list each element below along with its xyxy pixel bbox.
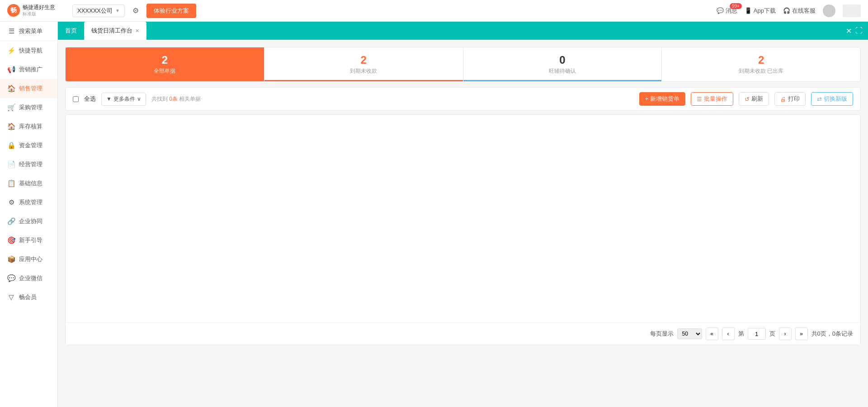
stat-card-wangfu[interactable]: 0 旺辅待确认 [463,47,662,81]
tab-bar: 首页 钱货日清工作台 ✕ ✕ ⛶ [58,22,868,40]
avatar[interactable] [823,5,835,17]
sidebar-item-apps[interactable]: 📦 应用中心 [0,250,57,269]
company-name: XXXXXX公司 [77,7,113,15]
stat-number-overdue: 2 [274,54,454,66]
sidebar-item-label: 营销推广 [19,65,42,74]
document-icon: 📄 [7,160,15,168]
settings-button[interactable]: ⚙ [128,4,143,18]
support-action[interactable]: 🎧 在线客服 [783,7,816,15]
sidebar-item-label: 销售管理 [19,84,42,93]
stat-number-shipped: 2 [671,54,851,66]
page-label-post: 页 [769,330,775,338]
member-icon: ▽ [7,293,15,301]
sidebar-item-finance[interactable]: 🔒 资金管理 [0,136,57,155]
sidebar-item-quick-nav[interactable]: ⚡ 快捷导航 [0,41,57,60]
logo-area: 畅 畅捷通好生意 标准版 [7,4,65,17]
sidebar-item-system[interactable]: ⚙ 系统管理 [0,193,57,212]
sales-icon: 🏠 [7,84,15,93]
first-page-button[interactable]: « [706,327,718,340]
guide-icon: 🎯 [7,236,15,244]
sidebar-item-sales[interactable]: 🏠 销售管理 [0,79,57,98]
stat-label-all: 全部单据 [75,67,255,75]
batch-operation-button[interactable]: ☰ 批量操作 [691,92,733,106]
sidebar-item-inventory[interactable]: 🏠 库存核算 [0,117,57,136]
select-all-label: 全选 [84,95,96,103]
last-page-button[interactable]: » [795,327,808,340]
filter-label: 更多条件 [113,95,135,103]
message-icon: 💬 [717,7,724,14]
app-download-action[interactable]: 📱 App下载 [745,7,776,15]
cart-icon: 🛒 [7,103,15,112]
tab-close-button[interactable]: ✕ [846,27,852,35]
switch-version-button[interactable]: ⇄ 切换新版 [811,92,853,106]
lightning-icon: ⚡ [7,47,15,55]
tab-home[interactable]: 首页 [58,22,84,40]
sidebar-item-label: 搜索菜单 [19,27,42,35]
lock-icon: 🔒 [7,141,15,150]
sidebar-item-purchase[interactable]: 🛒 采购管理 [0,98,57,117]
sidebar-item-label: 采购管理 [19,103,42,112]
support-label: 在线客服 [792,7,816,15]
current-page-input[interactable] [748,328,766,340]
print-icon: 🖨 [780,96,786,103]
trial-button[interactable]: 体验行业方案 [146,4,196,18]
sidebar-item-basic[interactable]: 📋 基础信息 [0,174,57,193]
sidebar-item-label: 基础信息 [19,179,42,187]
toolbar-right: + 新增销货单 ☰ 批量操作 ↺ 刷新 🖨 打印 ⇄ 切换新版 [639,92,853,106]
filter-icon: ▼ [106,96,112,102]
message-badge: 99+ [730,3,742,9]
pagination: 每页显示 50 20 100 « ‹ 第 页 › » 共0页，0条记录 [66,323,860,345]
tab-home-label: 首页 [65,27,77,35]
app-icon: 📱 [745,7,752,14]
tab-expand-button[interactable]: ⛶ [855,27,863,35]
sidebar-item-operation[interactable]: 📄 经营管理 [0,155,57,174]
sidebar-item-guide[interactable]: 🎯 新手引导 [0,231,57,250]
batch-label: 批量操作 [704,95,727,103]
table-area: 每页显示 50 20 100 « ‹ 第 页 › » 共0页，0条记录 [65,114,861,345]
stat-card-overdue[interactable]: 2 到期未收款 [264,47,463,81]
sidebar-item-marketing[interactable]: 📢 营销推广 [0,60,57,79]
support-icon: 🎧 [783,7,790,14]
print-label: 打印 [788,95,800,103]
batch-icon: ☰ [697,96,702,103]
page-label-pre: 第 [738,330,744,338]
tab-workbench[interactable]: 钱货日清工作台 ✕ [84,22,146,40]
stats-row: 2 全部单据 2 到期未收款 0 旺辅待确认 2 到期未收款 已出库 [65,47,861,82]
tab-close-icon[interactable]: ✕ [135,28,139,34]
company-selector[interactable]: XXXXXX公司 ▼ [72,5,125,17]
sidebar: ☰ 搜索菜单 ⚡ 快捷导航 📢 营销推广 🏠 销售管理 🛒 采购管理 🏠 库存核… [0,22,58,407]
sidebar-item-label: 经营管理 [19,160,42,168]
sidebar-item-member[interactable]: ▽ 畅会员 [0,288,57,307]
total-text: 共0页，0条记录 [811,330,853,338]
message-action[interactable]: 💬 消息 99+ [717,7,737,15]
grid-icon: 📋 [7,179,15,187]
megaphone-icon: 📢 [7,65,15,74]
link-icon: 🔗 [7,217,15,225]
sidebar-item-search[interactable]: ☰ 搜索菜单 [0,22,57,41]
prev-page-button[interactable]: ‹ [722,327,735,340]
stat-number-wangfu: 0 [472,54,653,66]
refresh-button[interactable]: ↺ 刷新 [739,92,769,106]
avatar-image [823,5,835,17]
header-right: 💬 消息 99+ 📱 App下载 🎧 在线客服 [717,5,861,17]
chevron-down-icon: ∨ [137,96,141,102]
stat-card-shipped[interactable]: 2 到期未收款 已出库 [662,47,860,81]
logo-text: 畅捷通好生意 标准版 [23,4,55,17]
logo-icon: 畅 [7,4,20,17]
system-icon: ⚙ [7,198,15,206]
sidebar-item-label: 库存核算 [19,122,42,131]
next-page-button[interactable]: › [779,327,792,340]
sidebar-item-enterprise[interactable]: 🔗 企业协同 [0,212,57,231]
app-label: App下载 [754,7,776,15]
print-button[interactable]: 🖨 打印 [774,92,806,106]
page-size-select[interactable]: 50 20 100 [677,328,702,339]
add-order-button[interactable]: + 新增销货单 [639,92,685,106]
switch-icon: ⇄ [817,96,822,103]
sidebar-item-wechat[interactable]: 💬 企业微信 [0,269,57,288]
stat-card-all[interactable]: 2 全部单据 [66,47,264,81]
filter-button[interactable]: ▼ 更多条件 ∨ [101,93,146,106]
select-all-checkbox[interactable] [73,96,79,102]
found-prefix: 共找到 [151,96,168,102]
underline-blue [463,80,662,81]
user-menu[interactable] [843,5,861,17]
